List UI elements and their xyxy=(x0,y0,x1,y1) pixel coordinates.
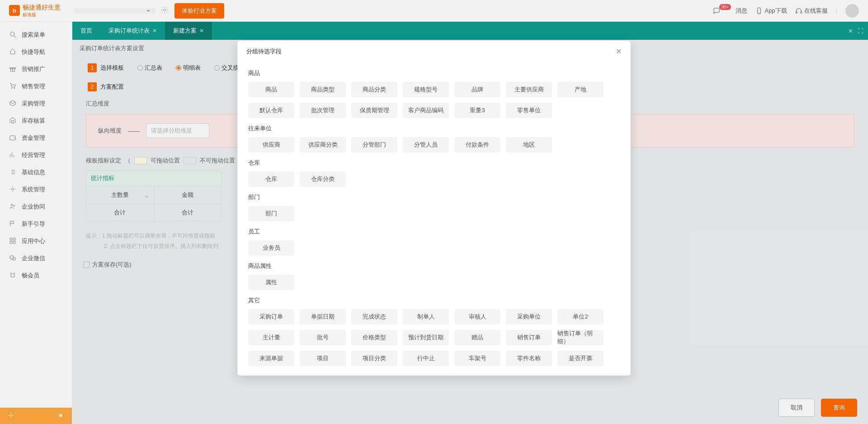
field-group: 往来单位供应商供应商分类分管部门分管人员付款条件地区 xyxy=(248,124,620,152)
field-option[interactable]: 保质期管理 xyxy=(351,103,397,118)
field-group-title: 部门 xyxy=(248,193,620,201)
field-option[interactable]: 项目分类 xyxy=(351,351,397,366)
field-option[interactable]: 采购订单 xyxy=(248,309,294,324)
field-group-title: 员工 xyxy=(248,228,620,236)
field-option[interactable]: 销售订单（明细） xyxy=(557,330,604,345)
field-option[interactable]: 默认仓库 xyxy=(248,103,294,118)
field-option[interactable]: 销售订单 xyxy=(506,330,552,345)
field-option[interactable]: 业务员 xyxy=(248,240,294,256)
field-option[interactable]: 赠品 xyxy=(454,330,500,345)
field-option[interactable]: 项目 xyxy=(300,351,346,366)
field-option[interactable]: 单位2 xyxy=(557,309,604,324)
field-option[interactable]: 是否开票 xyxy=(557,351,604,366)
field-option[interactable]: 产地 xyxy=(557,82,604,97)
field-option[interactable]: 商品 xyxy=(248,82,294,97)
field-group: 商品商品商品类型商品分类规格型号品牌主要供应商产地默认仓库批次管理保质期管理客户… xyxy=(248,69,620,118)
field-option[interactable]: 客户商品编码 xyxy=(403,103,449,118)
field-option[interactable]: 审核人 xyxy=(454,309,500,324)
field-group: 仓库仓库仓库分类 xyxy=(248,159,620,187)
field-group-title: 商品 xyxy=(248,69,620,77)
modal-header: 分组待选字段 ✕ xyxy=(237,41,631,62)
modal-title: 分组待选字段 xyxy=(246,48,282,56)
field-group-title: 其它 xyxy=(248,296,620,305)
field-option[interactable]: 商品分类 xyxy=(351,82,397,97)
field-option[interactable]: 分管部门 xyxy=(351,137,397,152)
field-option[interactable]: 车架号 xyxy=(454,351,500,366)
field-group-title: 往来单位 xyxy=(248,124,620,133)
field-option[interactable]: 供应商分类 xyxy=(300,137,346,152)
field-option[interactable]: 制单人 xyxy=(403,309,449,324)
field-option[interactable]: 预计到货日期 xyxy=(403,330,449,345)
field-group: 员工业务员 xyxy=(248,228,620,256)
field-option[interactable]: 部门 xyxy=(248,206,294,221)
field-group: 部门部门 xyxy=(248,193,620,221)
field-group: 商品属性属性 xyxy=(248,262,620,290)
field-option[interactable]: 仓库 xyxy=(248,172,294,187)
field-option[interactable]: 品牌 xyxy=(454,82,500,97)
field-modal: 分组待选字段 ✕ 商品商品商品类型商品分类规格型号品牌主要供应商产地默认仓库批次… xyxy=(237,41,631,376)
field-option[interactable]: 重量3 xyxy=(454,103,500,118)
field-option[interactable]: 来源单据 xyxy=(248,351,294,366)
field-group-title: 商品属性 xyxy=(248,262,620,270)
field-option[interactable]: 规格型号 xyxy=(403,82,449,97)
field-option[interactable]: 仓库分类 xyxy=(300,172,346,187)
field-option[interactable]: 商品类型 xyxy=(300,82,346,97)
modal-close-icon[interactable]: ✕ xyxy=(616,47,622,56)
field-group: 其它采购订单单据日期完成状态制单人审核人采购单位单位2主计量批号价格类型预计到货… xyxy=(248,296,620,366)
modal-body: 商品商品商品类型商品分类规格型号品牌主要供应商产地默认仓库批次管理保质期管理客户… xyxy=(237,62,631,376)
field-option[interactable]: 零件名称 xyxy=(506,351,552,366)
field-option[interactable]: 采购单位 xyxy=(506,309,552,324)
field-option[interactable]: 主要供应商 xyxy=(506,82,552,97)
field-option[interactable]: 分管人员 xyxy=(403,137,449,152)
field-option[interactable]: 属性 xyxy=(248,275,294,290)
field-option[interactable]: 零售单位 xyxy=(506,103,552,118)
field-option[interactable]: 行中止 xyxy=(403,351,449,366)
field-option[interactable]: 付款条件 xyxy=(454,137,500,152)
field-option[interactable]: 主计量 xyxy=(248,330,294,345)
field-option[interactable]: 单据日期 xyxy=(300,309,346,324)
field-option[interactable]: 价格类型 xyxy=(351,330,397,345)
field-group-title: 仓库 xyxy=(248,159,620,167)
field-option[interactable]: 批号 xyxy=(300,330,346,345)
field-option[interactable]: 完成状态 xyxy=(351,309,397,324)
field-option[interactable]: 批次管理 xyxy=(300,103,346,118)
field-option[interactable]: 地区 xyxy=(506,137,552,152)
field-option[interactable]: 供应商 xyxy=(248,137,294,152)
